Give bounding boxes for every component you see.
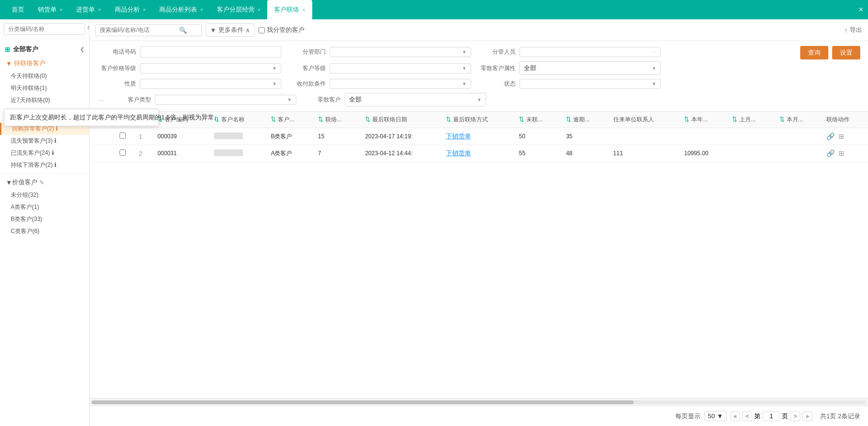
sidebar-item-class-b[interactable]: B类客户(33) — [0, 213, 89, 225]
col-action: 联络动作 — [822, 112, 868, 128]
sidebar-item-churned[interactable]: 已流失客户(24) ℹ — [0, 147, 89, 159]
prev-page-button[interactable]: < — [742, 411, 752, 421]
content-area: 🔍 ▼ 更多条件 ∧ 我分管的客户 ↑ 导出 — [90, 19, 868, 426]
cell-last-date-1: 2023-04-17 14:19: — [360, 128, 441, 145]
settings-button[interactable]: 设置 — [832, 46, 860, 59]
cell-code-1: 000039 — [152, 128, 209, 145]
filter-phone-input[interactable] — [140, 46, 281, 58]
cell-contacts-1 — [609, 128, 680, 145]
window-close-button[interactable]: × — [859, 5, 863, 14]
per-page-dropdown-icon: ▼ — [717, 412, 723, 420]
filter-customer-type: 客户类型 ▼ — [112, 95, 296, 105]
cell-overdue-2: 48 — [561, 145, 608, 162]
nav-item-home[interactable]: 首页 — [5, 0, 31, 19]
filter-customer-grade-select[interactable]: ▼ — [330, 63, 471, 73]
sidebar-item-churn-warning[interactable]: 流失预警客户(3) ℹ — [0, 135, 89, 147]
row2-last-method-link[interactable]: 下销货单 — [446, 149, 471, 157]
filter-price-grade-select[interactable]: ▼ — [140, 63, 281, 73]
nav-sales-close[interactable]: × — [60, 7, 62, 13]
cell-checkbox-1 — [111, 128, 134, 145]
row1-last-method-link[interactable]: 下销货单 — [446, 132, 471, 140]
row2-checkbox[interactable] — [120, 149, 126, 156]
filter-row-1: 电话号码 分管部门 ▼ 分管人员 — [97, 46, 792, 58]
filter-customer-type-select[interactable]: ▼ — [155, 95, 296, 105]
filter-dept-select[interactable]: ▼ — [330, 47, 471, 57]
my-customers-filter[interactable]: 我分管的客户 — [259, 26, 305, 34]
col-last-method: ⇅最后联络方式 — [441, 112, 514, 128]
cell-num-2: 2 — [134, 145, 152, 162]
nav-purchase-close[interactable]: × — [98, 7, 101, 13]
nav-customer-segment-close[interactable]: × — [258, 7, 260, 13]
filter-payment-select[interactable]: ▼ — [330, 79, 471, 89]
main-search-icon[interactable]: 🔍 — [179, 27, 187, 34]
sort-this-month-icon: ⇅ — [779, 116, 785, 123]
value-edit-icon[interactable]: ✎ — [39, 179, 45, 186]
col-unread: ⇅未联... — [514, 112, 561, 128]
query-button[interactable]: 查询 — [800, 46, 828, 59]
nav-customer-contact-label: 客户联络 — [274, 5, 299, 14]
cell-last-month-2 — [727, 145, 774, 162]
horizontal-scrollbar[interactable] — [90, 398, 868, 406]
sort-overdue-icon: ⇅ — [566, 116, 571, 123]
sidebar-item-class-a[interactable]: A类客户(1) — [0, 201, 89, 213]
filter-retail-attr-select[interactable]: 全部 ▼ — [519, 61, 661, 75]
nav-analysis-list-close[interactable]: × — [200, 7, 203, 13]
filter-row-2: 客户价格等级 ▼ 客户等级 ▼ — [97, 61, 792, 75]
sidebar-all-customers[interactable]: ⊞ 全部客户 ❮ — [0, 42, 89, 57]
first-page-button[interactable]: « — [731, 411, 741, 421]
table-row: 2 000031 A类客户 7 2023-04-12 14:44: 下销货单 5… — [90, 145, 868, 162]
sidebar-item-class-c[interactable]: C类客户(6) — [0, 225, 89, 237]
scroll-thumb[interactable] — [91, 400, 634, 404]
filter-icon: ▼ — [210, 27, 216, 34]
per-page-select[interactable]: 50 ▼ — [704, 411, 726, 421]
scroll-track[interactable] — [91, 400, 866, 404]
nav-analysis-close[interactable]: × — [143, 7, 146, 13]
nav-item-analysis[interactable]: 商品分析 × — [108, 0, 152, 19]
sidebar-search-input[interactable] — [4, 23, 85, 35]
cell-settings-2 — [90, 145, 111, 162]
last-page-button[interactable]: » — [802, 411, 812, 421]
sidebar-item-tomorrow[interactable]: 明天待联络(1) — [0, 82, 89, 94]
customer-grade-dropdown-icon: ▼ — [462, 66, 467, 71]
nav-item-sales[interactable]: 销货单 × — [31, 0, 69, 19]
cell-code-2: 000031 — [152, 145, 209, 162]
filter-nature-label: 性质 — [97, 80, 136, 88]
sidebar-item-7days[interactable]: 近7天待联络(0) — [0, 94, 89, 106]
filter-manager-select[interactable]: ··· — [519, 47, 661, 57]
sidebar-item-today[interactable]: 今天待联络(0) — [0, 70, 89, 82]
cell-unread-1: 50 — [514, 128, 561, 145]
cell-settings-1 — [90, 128, 111, 145]
nav-item-customer-contact[interactable]: 客户联络 × — [267, 0, 312, 19]
my-customers-checkbox[interactable] — [259, 27, 265, 33]
row2-link-icon[interactable]: 🔗 — [826, 149, 835, 157]
cell-checkbox-2 — [111, 145, 134, 162]
filter-nature-select[interactable]: ▼ — [140, 79, 281, 89]
row1-checkbox[interactable] — [120, 132, 126, 139]
sidebar-collapse-icon[interactable]: ❮ — [80, 46, 84, 53]
sidebar-item-declining[interactable]: 持续下滑客户(2) ℹ — [0, 159, 89, 171]
filter-retail-customer-select[interactable]: 全部 ▼ — [345, 93, 486, 106]
next-page-button[interactable]: > — [790, 411, 800, 421]
row1-grid-icon[interactable]: ⊞ — [838, 132, 844, 140]
manager-dropdown-icon: ··· — [653, 49, 656, 55]
row2-grid-icon[interactable]: ⊞ — [838, 149, 844, 157]
more-dots-button[interactable]: ··· — [97, 96, 107, 103]
export-button[interactable]: ↑ 导出 — [845, 26, 863, 34]
main-search-input[interactable] — [100, 27, 177, 33]
sidebar-value-title[interactable]: ▼ 价值客户 ✎ — [0, 176, 89, 189]
nav-item-purchase[interactable]: 进货单 × — [69, 0, 107, 19]
nav-item-customer-segment[interactable]: 客户分层经营 × — [210, 0, 267, 19]
filter-status-label: 状态 — [477, 80, 516, 88]
top-navigation: 首页 销货单 × 进货单 × 商品分析 × 商品分析列表 × 客户分层经营 × … — [0, 0, 868, 19]
filter-status-select[interactable]: ▼ — [519, 79, 661, 89]
nav-item-analysis-list[interactable]: 商品分析列表 × — [152, 0, 210, 19]
cell-overdue-1: 35 — [561, 128, 608, 145]
row1-link-icon[interactable]: 🔗 — [826, 132, 835, 140]
nav-customer-contact-close[interactable]: × — [302, 7, 305, 13]
more-filters-button[interactable]: ▼ 更多条件 ∧ — [206, 23, 255, 37]
sidebar-pending-title[interactable]: ▼ 待联络客户 — [0, 57, 89, 70]
sidebar-item-ungrouped[interactable]: 未分组(32) — [0, 189, 89, 201]
page-input[interactable] — [762, 411, 780, 421]
filter-price-grade: 客户价格等级 ▼ — [97, 63, 281, 73]
main-search-box: 🔍 — [95, 24, 202, 36]
